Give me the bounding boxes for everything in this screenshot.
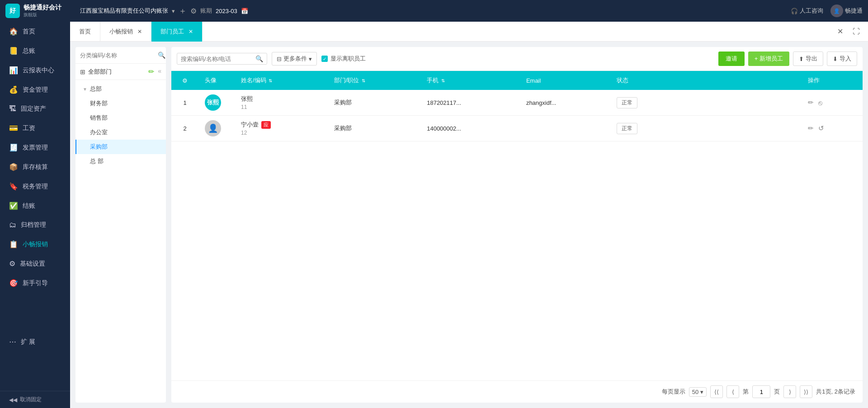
last-page-button[interactable]: ⟩⟩ [800, 385, 812, 398]
table-row: 1 张熙 张熙 11 采购部 [171, 90, 863, 116]
company-dropdown-icon[interactable]: ▾ [172, 8, 175, 14]
row1-edit-icon[interactable]: ✏ [808, 98, 814, 107]
dept-search-icon[interactable]: 🔍 [158, 52, 165, 59]
tab-home[interactable]: 首页 [70, 22, 100, 42]
tab-xiaochang-close[interactable]: ✕ [137, 22, 142, 42]
sidebar-item-capital[interactable]: 💰 资金管理 [0, 80, 70, 99]
dept-node-sales[interactable]: 销售部 [75, 111, 166, 125]
toolbar-right: 邀请 + 新增员工 ⬆ 导出 ⬇ 导入 [718, 52, 857, 66]
service-button[interactable]: 🎧 人工咨询 [791, 7, 823, 15]
total-records: 共1页, 2条记录 [816, 388, 855, 396]
sidebar-label-guide: 新手引导 [23, 279, 48, 287]
dept-node-hq[interactable]: ▼ 总部 [75, 82, 166, 96]
row2-edit-icon[interactable]: ✏ [808, 124, 814, 132]
add-company-icon[interactable]: ＋ [179, 5, 187, 16]
import-button[interactable]: ⬇ 导入 [827, 52, 857, 66]
prev-page-button[interactable]: ⟨ [726, 385, 739, 398]
col-phone[interactable]: 手机 ⇅ [420, 71, 520, 90]
sidebar-label-ledger: 总账 [23, 47, 35, 55]
cancel-pin-label: 取消固定 [20, 396, 42, 403]
col-name[interactable]: 姓名/编码 ⇅ [235, 71, 328, 90]
dept-node-general[interactable]: 总 部 [75, 154, 166, 169]
sidebar-label-capital: 资金管理 [23, 86, 48, 94]
sidebar-item-salary[interactable]: 💳 工资 [0, 118, 70, 138]
per-page-select[interactable]: 50 ▾ [689, 387, 707, 397]
employee-search-input[interactable] [181, 56, 253, 62]
next-page-button[interactable]: ⟩ [783, 385, 796, 398]
invite-button[interactable]: 邀请 [718, 52, 745, 66]
row1-exit-icon[interactable]: ⎋ [818, 99, 822, 107]
expand-tab-icon[interactable]: ⛶ [850, 25, 863, 38]
sidebar-item-inventory[interactable]: 📦 库存核算 [0, 157, 70, 177]
row1-status: 正常 [610, 90, 802, 116]
calendar-icon[interactable]: 📅 [241, 8, 248, 14]
row2-name-area: 宁小壹 应 12 [241, 121, 321, 136]
archive-icon: 🗂 [9, 221, 16, 229]
dept-header-right: ✏ « [148, 67, 161, 76]
settings-icon[interactable]: ⚙ [190, 7, 197, 15]
sidebar-item-reports[interactable]: 📊 云报表中心 [0, 61, 70, 80]
row1-phone: 187202117... [420, 90, 520, 116]
name-sort-icon: ⇅ [269, 78, 272, 83]
dept-all-label[interactable]: 全部部门 [88, 68, 112, 76]
sidebar-item-settings[interactable]: ⚙ 基础设置 [0, 254, 70, 273]
close-tab-icon[interactable]: ✕ [834, 25, 846, 38]
dept-header: ⊞ 全部部门 ✏ « [75, 64, 166, 80]
show-resigned-label: 显示离职员工 [330, 55, 366, 63]
row2-refresh-icon[interactable]: ↺ [818, 124, 824, 132]
col-gear[interactable]: ⚙ [171, 71, 198, 90]
invoice-icon: 🧾 [9, 143, 18, 152]
row1-code: 11 [241, 104, 321, 110]
resigned-checkbox[interactable]: ✓ [321, 56, 328, 62]
dept-node-office[interactable]: 办公室 [75, 125, 166, 140]
assets-icon: 🏗 [9, 105, 16, 113]
employee-search-icon[interactable]: 🔍 [255, 55, 263, 62]
export-button[interactable]: ⬆ 导出 [793, 52, 823, 66]
col-avatar: 头像 [198, 71, 235, 90]
sidebar-label-xiaochang: 小畅报销 [23, 240, 48, 249]
dept-collapse-icon[interactable]: « [158, 67, 161, 76]
cancel-pin-button[interactable]: ◀◀ 取消固定 [0, 391, 70, 408]
table-row: 2 👤 宁小壹 应 [171, 116, 863, 141]
sidebar-item-invoice[interactable]: 🧾 发票管理 [0, 138, 70, 157]
add-employee-button[interactable]: + 新增员工 [748, 52, 789, 66]
tab-employee-close[interactable]: ✕ [189, 22, 193, 42]
sidebar-item-ledger[interactable]: 📒 总账 [0, 41, 70, 61]
sidebar-item-assets[interactable]: 🏗 固定资产 [0, 99, 70, 118]
tab-xiaochang[interactable]: 小畅报销 ✕ [100, 22, 151, 42]
sidebar-label-inventory: 库存核算 [23, 163, 48, 171]
sidebar-item-xiaochang[interactable]: 📋 小畅报销 [0, 234, 70, 254]
sidebar-item-home[interactable]: 🏠 首页 [0, 22, 70, 41]
sidebar-item-archive[interactable]: 🗂 归档管理 [0, 216, 70, 234]
dept-search-input[interactable] [80, 52, 156, 59]
topbar-right: 🎧 人工咨询 👤 畅捷通 [791, 5, 863, 17]
sidebar-label-assets: 固定资产 [21, 105, 46, 113]
dept-node-finance[interactable]: 财务部 [75, 96, 166, 111]
topbar-center: 江西服宝精品有限责任公司内账张 ▾ ＋ ⚙ 账期 2023-03 📅 [75, 5, 791, 16]
first-page-button[interactable]: ⟨⟨ [710, 385, 723, 398]
tab-xiaochang-label: 小畅报销 [109, 22, 133, 42]
export-icon: ⬆ [799, 56, 804, 62]
row1-actions: ✏ ⎋ [808, 98, 856, 107]
sidebar-item-guide[interactable]: 🎯 新手引导 [0, 273, 70, 293]
dept-edit-icon[interactable]: ✏ [148, 67, 154, 76]
sidebar-item-checkout[interactable]: ✅ 结账 [0, 196, 70, 216]
row2-status-badge: 正常 [617, 123, 637, 134]
row1-action: ✏ ⎋ [802, 90, 863, 116]
row2-status: 正常 [610, 116, 802, 141]
col-dept[interactable]: 部门/职位 ⇅ [328, 71, 421, 90]
user-menu[interactable]: 👤 畅捷通 [830, 5, 863, 17]
tab-employee[interactable]: 部门员工 ✕ [151, 22, 203, 42]
per-page-value: 50 [692, 389, 698, 395]
sidebar-item-tax[interactable]: 🔖 税务管理 [0, 177, 70, 196]
sidebar-item-more[interactable]: ⋯ 扩 展 [0, 332, 70, 352]
filter-button[interactable]: ⊟ 更多条件 ▾ [272, 52, 317, 66]
page-number-input[interactable] [752, 385, 770, 398]
table-header-row: ⚙ 头像 姓名/编码 ⇅ 部门/职位 ⇅ [171, 71, 863, 90]
dept-node-purchase[interactable]: 采购部 [75, 140, 166, 154]
sidebar-label-salary: 工资 [23, 124, 35, 132]
tab-home-label: 首页 [79, 22, 91, 42]
app-edition: 旗舰版 [24, 12, 61, 18]
dept-sales-label: 销售部 [90, 114, 108, 121]
col-email: Email [520, 71, 610, 90]
